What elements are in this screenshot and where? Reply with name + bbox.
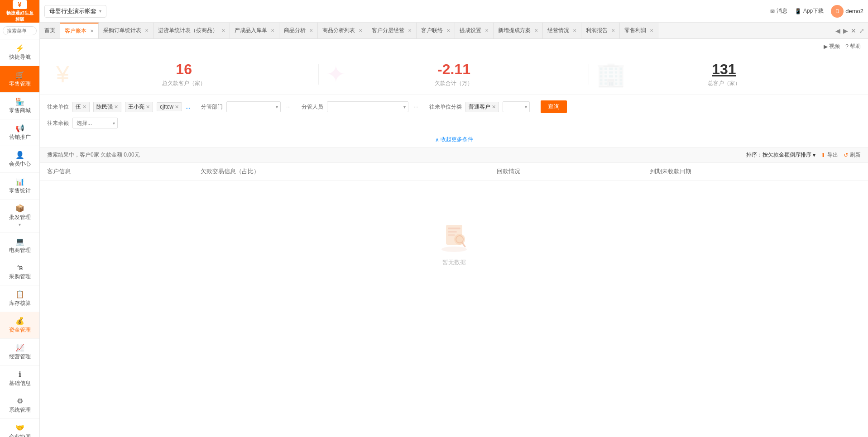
close-icon[interactable]: ✕	[573, 28, 576, 33]
close-icon[interactable]: ✕	[408, 28, 412, 33]
filter-tag-cjttcw: cjttcw ✕	[157, 102, 182, 111]
close-icon[interactable]: ✕	[485, 28, 489, 33]
sidebar-item-label: 会员中心	[0, 160, 39, 168]
sort-arrow-icon: ▾	[813, 152, 815, 158]
tab-customer-contact[interactable]: 客户联络 ✕	[417, 23, 455, 38]
close-icon[interactable]: ✕	[309, 28, 313, 33]
sidebar-item-ecommerce[interactable]: 💻 电商管理	[0, 233, 39, 259]
balance-select-wrapper[interactable]: 选择...	[72, 118, 118, 128]
sidebar-item-system[interactable]: ⚙ 系统管理	[0, 392, 39, 419]
close-icon[interactable]: ✕	[650, 28, 653, 33]
category-select-wrapper[interactable]	[503, 101, 530, 112]
close-icon[interactable]: ✕	[611, 28, 615, 33]
sidebar-item-inventory[interactable]: 📋 库存核算	[0, 285, 39, 312]
query-button[interactable]: 查询	[541, 100, 567, 113]
sidebar-item-label: 电商管理	[0, 247, 39, 254]
tab-operations[interactable]: 经营情况 ✕	[543, 23, 581, 38]
stat-total-debtors: ¥ 16 总欠款客户（家）	[49, 61, 319, 87]
remove-tag-cjttcw[interactable]: ✕	[175, 104, 179, 110]
tab-close-all-icon[interactable]: ✕	[851, 27, 856, 34]
close-icon[interactable]: ✕	[145, 28, 149, 33]
user-menu[interactable]: D demo2	[831, 5, 863, 18]
tab-expand-icon[interactable]: ⤢	[859, 27, 864, 34]
stat-label-customers: 总客户（家）	[589, 80, 859, 87]
tab-new-commission[interactable]: 新增提成方案 ✕	[494, 23, 543, 38]
tab-customer-ledger[interactable]: 客户账本 ✕	[60, 23, 99, 38]
retail-icon: 🛒	[0, 71, 39, 79]
close-icon[interactable]: ✕	[446, 28, 450, 33]
tab-stock-stats[interactable]: 进货单统计表（按商品） ✕	[153, 23, 230, 38]
sidebar-item-business-mgmt[interactable]: 📈 经营管理	[0, 339, 39, 366]
svg-line-7	[462, 243, 465, 247]
sidebar-item-retail-mall[interactable]: 🏪 零售商城	[0, 93, 39, 119]
dept-select[interactable]	[226, 101, 281, 112]
remove-tag-normal-customer[interactable]: ✕	[492, 104, 496, 110]
sidebar-item-purchase[interactable]: 🛍 采购管理	[0, 259, 39, 285]
category-select[interactable]	[503, 101, 530, 112]
video-help-button[interactable]: ▶ 视频	[824, 43, 840, 50]
filter-tag-normal-customer: 普通客户 ✕	[465, 102, 499, 112]
collapse-button[interactable]: ∧ 收起更多条件	[435, 136, 473, 143]
sort-selector[interactable]: 排序：按欠款金额倒序排序 ▾	[746, 151, 815, 159]
message-button[interactable]: ✉ 消息	[770, 7, 787, 15]
remove-tag-chen[interactable]: ✕	[114, 104, 118, 110]
more-tags-button[interactable]: ...	[186, 104, 190, 110]
close-icon[interactable]: ✕	[221, 28, 225, 33]
sidebar-item-enterprise-collab[interactable]: 🤝 企业协同	[0, 419, 39, 437]
stat-value-debt: -2.11	[319, 61, 589, 78]
close-icon[interactable]: ✕	[359, 28, 362, 33]
tab-product-inbound[interactable]: 产成品入库单 ✕	[230, 23, 279, 38]
tab-product-analysis[interactable]: 商品分析 ✕	[279, 23, 318, 38]
category-filter-label: 往来单位分类	[429, 103, 462, 111]
tab-retail-profit[interactable]: 零售利润 ✕	[620, 23, 658, 38]
tab-product-analysis-list[interactable]: 商品分析列表 ✕	[318, 23, 367, 38]
sidebar-item-member[interactable]: 👤 会员中心	[0, 146, 39, 173]
sidebar-item-finance[interactable]: 💰 资金管理	[0, 312, 39, 339]
tab-customer-ledger-close[interactable]: ✕	[90, 28, 94, 33]
tab-next-icon[interactable]: ▶	[843, 27, 848, 34]
col-debt-info: 欠款交易信息（占比）	[193, 163, 489, 180]
sidebar-item-retail-stats[interactable]: 📊 零售统计	[0, 173, 39, 200]
dept-select-wrapper[interactable]	[226, 101, 281, 112]
video-icon: ▶	[824, 43, 828, 50]
account-selector[interactable]: 母婴行业演示帐套 ▾	[44, 5, 106, 18]
sidebar-search-wrapper[interactable]	[0, 23, 39, 39]
refresh-button[interactable]: ↺ 刷新	[844, 151, 861, 159]
sidebar: ¥ 畅捷通好生意 标版 ⚡ 快捷导航 🛒 零售管理 🏪 零售商城 📢 营销推广 …	[0, 0, 40, 437]
help-icon: ?	[845, 43, 849, 50]
sidebar-item-retail-mgmt[interactable]: 🛒 零售管理	[0, 66, 39, 93]
content-area: ▶ 视频 ? 帮助 ¥ 16 总欠款客户（家） ✦	[40, 39, 868, 437]
close-icon[interactable]: ✕	[271, 28, 274, 33]
member-icon: 👤	[0, 151, 39, 159]
sidebar-item-label: 采购管理	[0, 273, 39, 280]
tab-label: 进货单统计表（按商品）	[158, 27, 218, 34]
app-download-button[interactable]: 📱 App下载	[795, 7, 824, 15]
tab-label: 利润报告	[586, 27, 608, 34]
remove-tag-wu[interactable]: ✕	[82, 104, 86, 110]
page-content: ▶ 视频 ? 帮助 ¥ 16 总欠款客户（家） ✦	[40, 39, 868, 437]
tab-prev-icon[interactable]: ◀	[835, 27, 840, 34]
logo-sub: 标版	[15, 16, 24, 23]
tab-profit-report[interactable]: 利润报告 ✕	[581, 23, 620, 38]
stat-value-debtors: 16	[49, 61, 319, 78]
tab-commission-settings[interactable]: 提成设置 ✕	[455, 23, 494, 38]
help-button[interactable]: ? 帮助	[845, 43, 861, 50]
balance-select[interactable]: 选择...	[72, 118, 118, 128]
tab-purchase-order-stats[interactable]: 采购订单统计表 ✕	[99, 23, 153, 38]
sidebar-item-wholesale[interactable]: 📦 批发管理 ▾	[0, 200, 39, 233]
close-icon[interactable]: ✕	[534, 28, 538, 33]
tab-home[interactable]: 首页	[40, 23, 60, 38]
dept-clear-icon[interactable]: ···	[286, 104, 291, 110]
person-select[interactable]	[327, 101, 408, 112]
sidebar-item-marketing[interactable]: 📢 营销推广	[0, 119, 39, 146]
marketing-icon: 📢	[0, 124, 39, 133]
message-icon: ✉	[770, 8, 775, 14]
tab-customer-tier[interactable]: 客户分层经营 ✕	[367, 23, 417, 38]
export-button[interactable]: ⬆ 导出	[821, 151, 838, 159]
remove-tag-wang[interactable]: ✕	[146, 104, 150, 110]
person-select-wrapper[interactable]	[327, 101, 408, 112]
person-clear-icon[interactable]: ···	[414, 104, 418, 110]
search-input[interactable]	[3, 26, 37, 35]
sidebar-item-quick-nav[interactable]: ⚡ 快捷导航	[0, 39, 39, 66]
sidebar-item-basic-info[interactable]: ℹ 基础信息	[0, 366, 39, 392]
